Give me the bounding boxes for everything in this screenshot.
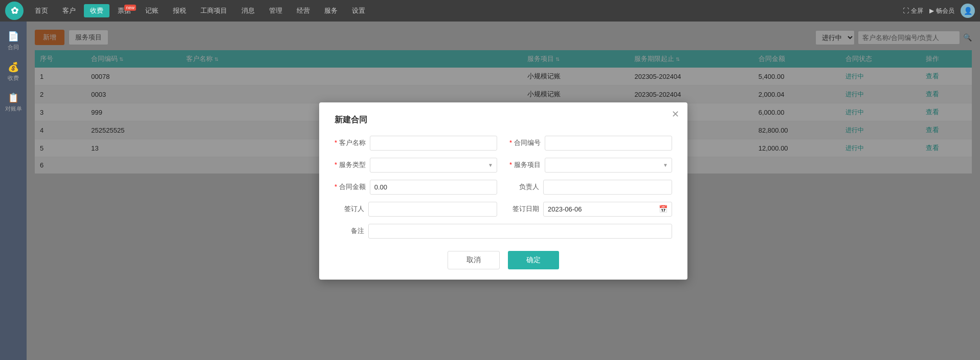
nav-right: ⛶ 全屏 ▶ 畅会员 👤 [903,4,975,18]
service-item-wrap: ▼ [545,158,672,173]
fullscreen-button[interactable]: ⛶ 全屏 [903,7,923,15]
nav-charge[interactable]: 收费 [84,4,109,17]
form-row-sign-date: 签订日期 📅 [509,202,672,217]
form-row-service-type: 服务类型 ▼ [335,158,497,173]
nav-home[interactable]: 首页 [29,4,54,17]
label-service-type: 服务类型 [335,160,366,170]
sidebar: 📄 合同 💰 收费 📋 对账单 [0,22,27,360]
nav-business[interactable]: 工商项目 [194,4,233,17]
select-service-type[interactable] [370,158,497,173]
form-row-contract-no: 合同编号 [509,136,672,151]
modal-footer: 取消 确定 [335,251,672,269]
confirm-button[interactable]: 确定 [508,251,559,269]
nav-tax[interactable]: 报税 [167,4,192,17]
modal-form: 客户名称 合同编号 服务类型 ▼ [335,136,672,239]
input-contract-no[interactable] [545,136,672,151]
sidebar-item-statement[interactable]: 📋 对账单 [2,88,25,117]
nav-ticket[interactable]: 票据 new [112,4,137,17]
play-icon: ▶ [929,7,934,14]
select-service-item[interactable] [545,158,672,173]
modal-close-button[interactable]: ✕ [672,110,679,119]
modal-overlay: 新建合同 ✕ 客户名称 合同编号 服务类型 [27,22,980,360]
sidebar-item-contract[interactable]: 📄 合同 [2,27,25,55]
label-responsible: 负责人 [509,182,539,192]
modal-dialog: 新建合同 ✕ 客户名称 合同编号 服务类型 [319,102,687,280]
sidebar-item-charge[interactable]: 💰 收费 [2,57,25,86]
label-signer: 签订人 [335,204,364,214]
contract-icon: 📄 [8,31,19,42]
input-customer[interactable] [370,136,497,151]
nav-settings[interactable]: 设置 [346,4,371,17]
nav-message[interactable]: 消息 [235,4,261,17]
top-nav: ✿ 首页 客户 收费 票据 new 记账 报税 工商项目 消息 管理 经营 服务… [0,0,980,22]
nav-bookkeeping[interactable]: 记账 [139,4,165,17]
input-remark[interactable] [368,224,672,239]
input-amount[interactable] [370,180,497,195]
nav-items: 首页 客户 收费 票据 new 记账 报税 工商项目 消息 管理 经营 服务 设… [29,4,903,17]
label-customer: 客户名称 [335,138,366,147]
form-row-amount: 合同金额 [335,180,497,195]
nav-operation[interactable]: 经营 [291,4,316,17]
service-type-wrap: ▼ [370,158,497,173]
main-content: 新增 服务项目 进行中 已完成 已取消 🔍 序号 合同编码⇅ 客户名称⇅ 服务项… [27,22,980,360]
input-signer[interactable] [368,202,497,217]
nav-customer[interactable]: 客户 [56,4,82,17]
form-row-service-item: 服务项目 ▼ [509,158,672,173]
form-row-responsible: 负责人 [509,180,672,195]
label-contract-no: 合同编号 [509,138,541,147]
charge-icon: 💰 [8,61,19,73]
new-badge: new [124,5,136,11]
avatar[interactable]: 👤 [961,4,975,18]
form-row-customer: 客户名称 [335,136,497,151]
label-service-item: 服务项目 [509,160,541,170]
calendar-icon[interactable]: 📅 [659,205,667,213]
fullscreen-icon: ⛶ [903,7,909,14]
label-remark: 备注 [335,226,364,236]
input-responsible[interactable] [543,180,672,195]
date-input-wrap: 📅 [543,202,672,217]
layout: 📄 合同 💰 收费 📋 对账单 新增 服务项目 进行中 已完成 已取消 🔍 [0,22,980,360]
form-row-remark: 备注 [335,224,672,239]
nav-service[interactable]: 服务 [318,4,344,17]
input-sign-date[interactable] [548,202,659,216]
label-amount: 合同金额 [335,182,366,192]
statement-icon: 📋 [8,92,19,103]
member-button[interactable]: ▶ 畅会员 [929,7,954,15]
label-sign-date: 签订日期 [509,204,539,214]
nav-manage[interactable]: 管理 [263,4,288,17]
cancel-button[interactable]: 取消 [448,251,500,269]
modal-title: 新建合同 [335,115,672,125]
logo-icon: ✿ [5,2,24,20]
form-row-signer: 签订人 [335,202,497,217]
